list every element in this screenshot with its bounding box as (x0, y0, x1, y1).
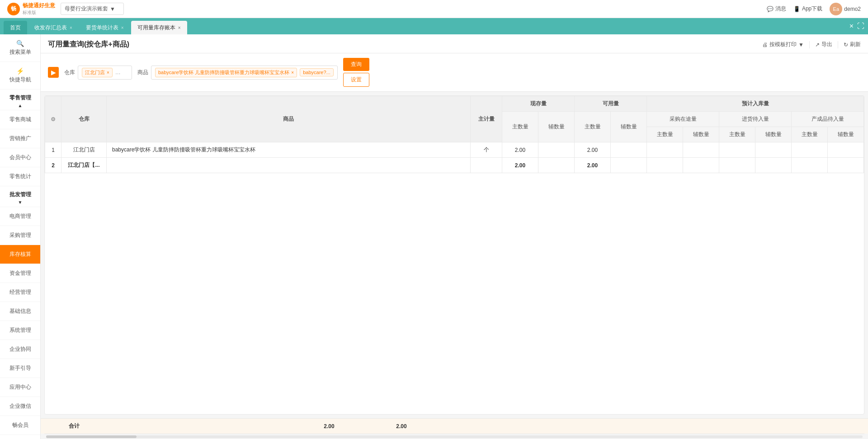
sidebar-item-app-center[interactable]: 应用中心 (0, 378, 40, 397)
sidebar-item-inventory[interactable]: 库存核算 (0, 245, 40, 264)
user-area[interactable]: Ea demo2 (830, 3, 861, 15)
table-settings-icon[interactable]: ⚙ (51, 116, 56, 123)
chevron-down-icon: ▼ (110, 6, 115, 12)
col-produced-header: 产成品待入量 (792, 112, 864, 127)
cell-inc-aux-2 (755, 158, 792, 173)
fullscreen-button[interactable]: ⛶ (857, 22, 864, 30)
warehouse-tag: 江北门店 × (82, 68, 113, 77)
close-all-tabs-button[interactable]: × (849, 22, 854, 30)
message-icon: 💬 (767, 6, 774, 12)
sidebar-item-basics[interactable]: 基础信息 (0, 302, 40, 321)
warehouse-tag-close[interactable]: × (107, 70, 109, 75)
cell-avail-aux-1 (611, 142, 647, 158)
sidebar-item-vip[interactable]: 畅会员 (0, 416, 40, 435)
cell-prod-aux-2 (828, 158, 864, 173)
footer-label: 合计 (64, 422, 144, 430)
scrollbar-track (46, 435, 863, 438)
cell-stock-main-1: 2.00 (502, 142, 538, 158)
cell-avail-main-1: 2.00 (575, 142, 611, 158)
sidebar-item-enterprise[interactable]: 企业协同 (0, 340, 40, 359)
data-table: ⚙ 仓库 商品 主计量 现存量 可用量 预计入库量 主数量 辅数量 主数量 辅数… (45, 96, 864, 173)
sidebar-item-operations[interactable]: 经营管理 (0, 283, 40, 302)
page-actions: 🖨 按模板打印 ▼ ↗ 导出 ↻ 刷新 (762, 41, 861, 48)
tab-available-stock[interactable]: 可用量库存账本 × (131, 21, 187, 34)
cell-pur-main-2 (647, 158, 683, 173)
refresh-button[interactable]: ↻ 刷新 (844, 41, 861, 48)
chevron-up-icon: ▲ (18, 103, 23, 108)
table-row: 2 江北门店【... 2.00 2.00 (45, 158, 864, 173)
col-settings-header: ⚙ (45, 96, 61, 142)
cell-prod-main-2 (792, 158, 828, 173)
message-button[interactable]: 💬 消息 (767, 5, 786, 13)
col-unit-header: 主计量 (471, 96, 502, 142)
refresh-icon: ↻ (844, 42, 848, 48)
sidebar-item-marketing[interactable]: 营销推广 (0, 129, 40, 148)
print-button[interactable]: 🖨 按模板打印 ▼ (762, 41, 804, 48)
col-estimated-header: 预计入库量 (647, 96, 864, 112)
col-incoming-main: 主数量 (719, 127, 755, 142)
sidebar-item-search[interactable]: 🔍 搜索菜单 (0, 34, 40, 62)
action-buttons: 查询 设置 (343, 58, 369, 87)
tab-receive-send[interactable]: 收发存汇总表 × (28, 21, 79, 34)
sidebar-item-ecommerce[interactable]: 电商管理 (0, 207, 40, 226)
cell-pur-main-1 (647, 142, 683, 158)
col-stock-header: 现存量 (502, 96, 575, 112)
cell-pur-aux-1 (683, 142, 719, 158)
sidebar-item-finance[interactable]: 资金管理 (0, 264, 40, 283)
col-warehouse-header: 仓库 (61, 96, 107, 142)
cell-prod-aux-1 (828, 142, 864, 158)
col-avail-aux-header: 辅数量 (611, 112, 647, 142)
col-incoming-header: 进货待入量 (719, 112, 792, 127)
tabs-bar: 首页 收发存汇总表 × 要货单统计表 × 可用量库存账本 × × ⛶ (0, 18, 868, 34)
sidebar-item-retail-stats[interactable]: 零售统计 (0, 167, 40, 186)
sidebar-item-retail-mall[interactable]: 零售商城 (0, 110, 40, 129)
cell-avail-main-2: 2.00 (575, 158, 611, 173)
product-tag-1-close[interactable]: × (291, 70, 294, 75)
footer-stock-main: 2.00 (311, 423, 347, 430)
settings-button[interactable]: 设置 (343, 73, 369, 87)
col-purchase-transit-header: 采购在途量 (647, 112, 719, 127)
download-icon: 📱 (793, 6, 800, 12)
tabs-right-actions: × ⛶ (849, 22, 864, 30)
warehouse-input[interactable]: 江北门店 × … (78, 66, 132, 80)
sidebar-item-wholesale-mgmt[interactable]: 批发管理 ▼ (0, 186, 40, 207)
product-input[interactable]: babycare学饮杯 儿童防摔防撞吸管杯重力球吸嘴杯宝宝水杯 × babyca… (151, 66, 338, 80)
chevron-down-icon: ▼ (798, 42, 804, 48)
sidebar-item-retail-mgmt[interactable]: 零售管理 ▲ (0, 90, 40, 110)
tab-order-stats[interactable]: 要货单统计表 × (80, 21, 130, 34)
tab-close-receive-send[interactable]: × (70, 25, 72, 30)
sidebar-item-purchase[interactable]: 采购管理 (0, 226, 40, 245)
table-row: 1 江北门店 babycare学饮杯 儿童防摔防撞吸管杯重力球吸嘴杯宝宝水杯 个… (45, 142, 864, 158)
lightning-icon: ⚡ (16, 67, 24, 75)
tab-home[interactable]: 首页 (4, 21, 27, 34)
cell-stock-aux-2 (538, 158, 575, 173)
sidebar-item-newbie[interactable]: 新手引导 (0, 359, 40, 378)
filter-toggle-button[interactable]: ▶ (48, 67, 59, 78)
page-header: 可用量查询(按仓库+商品) 🖨 按模板打印 ▼ ↗ 导出 ↻ 刷新 (41, 34, 868, 53)
scrollbar-thumb[interactable] (46, 435, 137, 438)
product-filter: 商品 babycare学饮杯 儿童防摔防撞吸管杯重力球吸嘴杯宝宝水杯 × bab… (137, 66, 338, 80)
sidebar-item-system[interactable]: 系统管理 (0, 321, 40, 340)
divider2 (838, 41, 838, 48)
top-bar-left: 畅 畅捷通好生意 标准版 母婴行业演示账套 ▼ (7, 2, 124, 16)
sidebar-item-quick-nav[interactable]: ⚡ 快捷导航 (0, 62, 40, 90)
warehouse-filter: 仓库 江北门店 × … (64, 66, 132, 80)
tab-close-order-stats[interactable]: × (121, 25, 124, 30)
tab-close-available-stock[interactable]: × (178, 25, 181, 30)
export-button[interactable]: ↗ 导出 (815, 41, 832, 48)
cell-product-1: babycare学饮杯 儿童防摔防撞吸管杯重力球吸嘴杯宝宝水杯 (107, 142, 471, 158)
query-button[interactable]: 查询 (343, 58, 369, 71)
cell-product-2 (107, 158, 471, 173)
app-download-button[interactable]: 📱 App下载 (793, 5, 822, 13)
cell-unit-2 (471, 158, 502, 173)
horizontal-scrollbar[interactable] (44, 434, 864, 439)
sidebar-item-enterprise-wechat[interactable]: 企业微信 (0, 397, 40, 416)
sidebar-item-member[interactable]: 会员中心 (0, 148, 40, 167)
print-icon: 🖨 (762, 42, 768, 48)
industry-selector[interactable]: 母婴行业演示账套 ▼ (61, 3, 124, 15)
search-icon: 🔍 (16, 40, 24, 47)
main-layout: 🔍 搜索菜单 ⚡ 快捷导航 零售管理 ▲ 零售商城 营销推广 会员中心 零售统计… (0, 34, 868, 439)
warehouse-more[interactable]: … (115, 69, 121, 76)
page-title: 可用量查询(按仓库+商品) (48, 40, 129, 49)
cell-warehouse-1: 江北门店 (61, 142, 107, 158)
